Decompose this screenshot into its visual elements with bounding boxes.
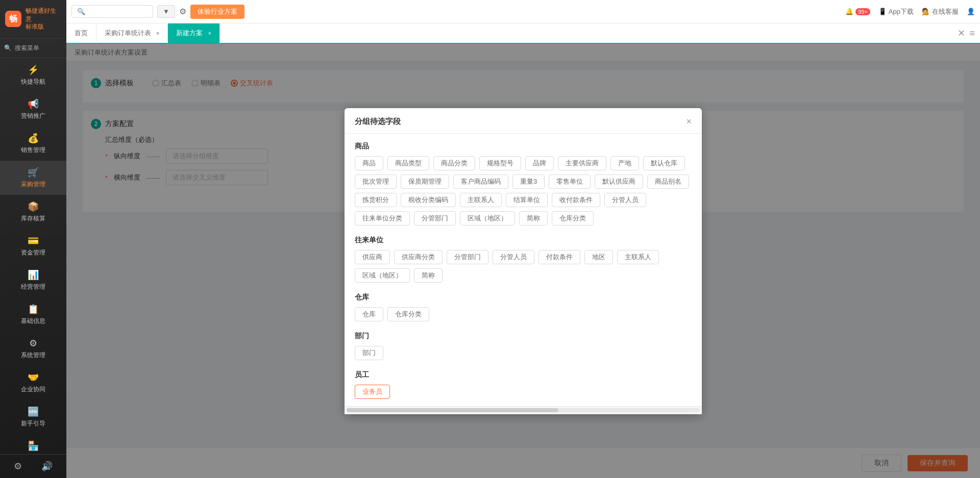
- section-goods-tags: 商品 商品类型 商品分类 规格型号 品牌 主要供应商 产地 默认仓库 批次管理 …: [355, 156, 692, 225]
- header-gear-icon[interactable]: ⚙: [179, 7, 186, 16]
- section-partner: 往来单位 供应商 供应商分类 分管部门 分管人员 付款条件 地区 主联系人 区域…: [355, 236, 692, 283]
- tag-goods-1[interactable]: 商品类型: [387, 156, 429, 170]
- tag-dept-0[interactable]: 部门: [355, 346, 383, 360]
- sidebar-item-cooperate[interactable]: 🤝 企业协同: [0, 366, 66, 400]
- sidebar-item-label: 基础信息: [21, 317, 45, 325]
- select-text: ▼: [163, 8, 169, 15]
- tag-warehouse-0[interactable]: 仓库: [355, 307, 383, 321]
- section-department-tags: 部门: [355, 346, 692, 360]
- sidebar-item-marketing[interactable]: 📢 营销推广: [0, 92, 66, 127]
- tag-goods-6[interactable]: 产地: [610, 156, 639, 170]
- online-service-item[interactable]: 💁 在线客服: [922, 7, 959, 16]
- tag-partner-3[interactable]: 分管人员: [493, 250, 534, 264]
- scrollbar-track: [347, 408, 700, 412]
- sidebar-item-system[interactable]: ⚙ 系统管理: [0, 332, 66, 366]
- tabs-bar: 首页 采购订单统计表 × 新建方案 × ✕ ≡: [66, 23, 980, 44]
- tab-new-plan[interactable]: 新建方案 ×: [168, 23, 219, 43]
- tag-goods-13[interactable]: 默认供应商: [595, 174, 643, 189]
- tag-goods-19[interactable]: 收付款条件: [552, 193, 600, 207]
- tag-warehouse-1[interactable]: 仓库分类: [387, 307, 429, 321]
- sidebar-item-sales[interactable]: 💰 销售管理: [0, 127, 66, 161]
- tag-goods-24[interactable]: 简称: [519, 211, 548, 225]
- header-search-icon: 🔍: [77, 8, 85, 15]
- tag-partner-2[interactable]: 分管部门: [447, 250, 488, 264]
- tag-partner-4[interactable]: 付款条件: [538, 250, 580, 264]
- tag-goods-0[interactable]: 商品: [355, 156, 383, 170]
- logo: 畅 畅捷通好生意标准版: [0, 0, 66, 39]
- sidebar-item-label: 采购管理: [21, 180, 45, 189]
- tag-goods-2[interactable]: 商品分类: [433, 156, 475, 170]
- sidebar-item-label: 企业协同: [21, 385, 45, 394]
- tag-goods-12[interactable]: 零售单位: [549, 174, 591, 189]
- tag-partner-5[interactable]: 地区: [584, 250, 613, 264]
- sales-icon: 💰: [28, 133, 39, 144]
- sidebar-item-finance[interactable]: 💳 资金管理: [0, 229, 66, 263]
- tag-goods-3[interactable]: 规格型号: [479, 156, 521, 170]
- modal-scrollbar[interactable]: [345, 406, 702, 414]
- trial-button[interactable]: 体验行业方案: [190, 5, 244, 19]
- modal-close-button[interactable]: ×: [686, 116, 692, 127]
- tag-goods-17[interactable]: 主联系人: [460, 193, 502, 207]
- sidebar-item-appstore[interactable]: 🏪 应用中心: [0, 434, 66, 454]
- sidebar-item-purchase[interactable]: 🛒 采购管理: [0, 161, 66, 195]
- tab-purchase-stats-close[interactable]: ×: [156, 30, 159, 36]
- section-partner-tags: 供应商 供应商分类 分管部门 分管人员 付款条件 地区 主联系人 区域（地区） …: [355, 250, 692, 283]
- sidebar-item-guide[interactable]: 🆕 新手引导: [0, 400, 66, 434]
- tag-goods-21[interactable]: 往来单位分类: [355, 211, 410, 225]
- finance-icon: 💳: [28, 235, 39, 246]
- tag-goods-14[interactable]: 商品别名: [647, 174, 689, 189]
- tab-purchase-stats[interactable]: 采购订单统计表 ×: [96, 23, 168, 43]
- tag-goods-20[interactable]: 分管人员: [604, 193, 646, 207]
- guide-icon: 🆕: [28, 406, 39, 417]
- tag-partner-6[interactable]: 主联系人: [617, 250, 659, 264]
- notification-item[interactable]: 🔔 99+: [845, 8, 870, 15]
- modal-overlay[interactable]: 分组待选字段 × 商品 商品 商品类型 商品分类 规格型号 品牌 主要供应商 产…: [66, 44, 980, 478]
- tag-goods-22[interactable]: 分管部门: [414, 211, 456, 225]
- user-avatar[interactable]: 👤: [967, 8, 975, 15]
- section-goods-title: 商品: [355, 142, 692, 151]
- sidebar-search[interactable]: 🔍 搜索菜单: [0, 39, 66, 58]
- header-search[interactable]: 🔍: [71, 5, 153, 18]
- tag-goods-18[interactable]: 结算单位: [506, 193, 548, 207]
- tag-staff-0[interactable]: 业务员: [355, 385, 390, 399]
- app-download-item[interactable]: 📱 App下载: [878, 7, 914, 16]
- sidebar-item-label: 系统管理: [21, 351, 45, 360]
- quick-nav-icon: ⚡: [28, 64, 39, 76]
- tabs-more-icon[interactable]: ≡: [969, 28, 975, 39]
- tag-goods-7[interactable]: 默认仓库: [643, 156, 685, 170]
- online-service-label: 在线客服: [932, 7, 959, 16]
- tag-goods-5[interactable]: 主要供应商: [558, 156, 606, 170]
- tag-partner-7[interactable]: 区域（地区）: [355, 268, 410, 283]
- tag-goods-23[interactable]: 区域（地区）: [460, 211, 515, 225]
- sidebar-item-label: 资金管理: [21, 248, 45, 257]
- tag-partner-0[interactable]: 供应商: [355, 250, 390, 264]
- sidebar-item-operation[interactable]: 📊 经营管理: [0, 263, 66, 297]
- tag-partner-8[interactable]: 简称: [414, 268, 443, 283]
- sidebar-item-label: 库存核算: [21, 214, 45, 223]
- tab-new-plan-close[interactable]: ×: [208, 30, 211, 36]
- section-staff-title: 员工: [355, 370, 692, 380]
- sidebar-search-label: 搜索菜单: [15, 44, 39, 53]
- tag-goods-10[interactable]: 客户商品编码: [453, 174, 508, 189]
- tag-goods-15[interactable]: 拣货积分: [355, 193, 397, 207]
- audio-icon[interactable]: 🔊: [41, 461, 53, 472]
- section-department: 部门 部门: [355, 332, 692, 360]
- sidebar-item-inventory[interactable]: 📦 库存核算: [0, 195, 66, 229]
- tag-goods-9[interactable]: 保质期管理: [401, 174, 449, 189]
- tag-partner-1[interactable]: 供应商分类: [394, 250, 443, 264]
- tag-goods-11[interactable]: 重量3: [512, 174, 545, 189]
- tag-goods-4[interactable]: 品牌: [525, 156, 554, 170]
- tag-goods-8[interactable]: 批次管理: [355, 174, 397, 189]
- header-select[interactable]: ▼: [157, 5, 175, 18]
- tab-home[interactable]: 首页: [66, 23, 96, 43]
- sidebar-nav: ⚡ 快捷导航 📢 营销推广 💰 销售管理 🛒 采购管理 📦 库存核算 💳 资金管…: [0, 58, 66, 454]
- sidebar-item-quick-nav[interactable]: ⚡ 快捷导航: [0, 58, 66, 92]
- tabs-close-all-icon[interactable]: ✕: [958, 28, 965, 39]
- tag-goods-16[interactable]: 税收分类编码: [401, 193, 456, 207]
- notification-badge: 99+: [855, 8, 870, 15]
- settings-bottom-icon[interactable]: ⚙: [14, 461, 22, 472]
- sidebar-item-basic[interactable]: 📋 基础信息: [0, 297, 66, 332]
- tag-goods-25[interactable]: 仓库分类: [552, 211, 594, 225]
- service-icon: 💁: [922, 8, 930, 15]
- tabs-right: ✕ ≡: [958, 28, 980, 39]
